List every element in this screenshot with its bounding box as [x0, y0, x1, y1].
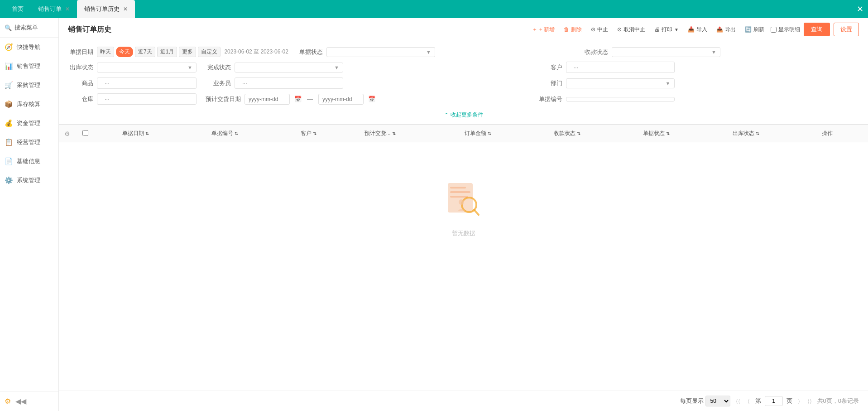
main-layout: 🔍 搜索菜单 🧭 快捷导航 📊 销售管理 🛒 采购管理 📦 库存核算 💰 资金管…	[0, 18, 868, 411]
bill-status-label: 单据状态	[297, 48, 323, 56]
select-all-checkbox[interactable]	[82, 130, 88, 136]
th-date[interactable]: 单据日期 ⇅	[117, 125, 206, 142]
sidebar-item-inventory[interactable]: 📦 库存核算	[0, 95, 58, 114]
sidebar-search[interactable]: 🔍 搜索菜单	[0, 18, 58, 38]
date-btn-today[interactable]: 今天	[116, 47, 133, 57]
close-tab-sales-order-icon[interactable]: ✕	[65, 6, 70, 12]
delete-button[interactable]: 🗑 删除	[561, 24, 585, 35]
department-select[interactable]: ▼	[566, 78, 675, 88]
th-delivery[interactable]: 预计交货... ⇅	[359, 125, 459, 142]
warehouse-filter: 仓库 ···	[68, 93, 197, 105]
close-tab-history-icon[interactable]: ✕	[123, 6, 128, 12]
data-table: ⚙ 单据日期 ⇅ 单据编号	[59, 125, 868, 274]
date-btn-more[interactable]: 更多	[179, 47, 196, 57]
salesperson-more-icon[interactable]: ···	[242, 80, 247, 87]
calendar-from-icon[interactable]: 📅	[294, 96, 302, 102]
date-filter: 单据日期 昨天 今天 近7天 近1月 更多 自定义 2023-06-02 至 2…	[68, 47, 288, 57]
svg-rect-3	[450, 196, 468, 198]
sidebar-item-basic-info[interactable]: 📄 基础信息	[0, 152, 58, 171]
basic-info-icon: 📄	[5, 157, 13, 165]
tab-sales-order-history[interactable]: 销售订单历史 ✕	[77, 0, 135, 18]
sidebar-item-quick-nav[interactable]: 🧭 快捷导航	[0, 38, 58, 57]
sidebar-item-finance[interactable]: 💰 资金管理	[0, 114, 58, 133]
th-bill-status[interactable]: 单据状态 ⇅	[638, 125, 727, 142]
bill-status-arrow-icon: ▼	[426, 49, 431, 55]
export-button[interactable]: 📤 导出	[714, 24, 739, 35]
window-close-icon[interactable]: ✕	[857, 4, 863, 14]
salesperson-filter: 业务员 ···	[206, 77, 528, 89]
complete-status-select[interactable]: ▼	[235, 63, 343, 73]
add-button[interactable]: ＋ + 新增	[529, 24, 557, 35]
filter-row-1: 单据日期 昨天 今天 近7天 近1月 更多 自定义 2023-06-02 至 2…	[68, 47, 859, 57]
th-number[interactable]: 单据编号 ⇅	[206, 125, 295, 142]
date-filter-value: 昨天 今天 近7天 近1月 更多 自定义 2023-06-02 至 2023-0…	[97, 47, 288, 57]
collapse-sidebar-icon[interactable]: ◀◀	[15, 397, 26, 406]
warehouse-input[interactable]: ···	[97, 93, 197, 105]
svg-point-6	[459, 199, 464, 205]
sidebar-item-operation[interactable]: 📋 经营管理	[0, 133, 58, 152]
product-more-icon[interactable]: ···	[105, 80, 110, 87]
print-button[interactable]: 🖨 打印 ▼	[652, 24, 681, 35]
sidebar-item-system[interactable]: ⚙️ 系统管理	[0, 171, 58, 190]
settings-bottom-icon[interactable]: ⚙	[5, 397, 11, 406]
date-btn-custom[interactable]: 自定义	[198, 47, 221, 57]
tab-home[interactable]: 首页	[5, 0, 31, 18]
delivery-date-to-input[interactable]	[318, 94, 364, 105]
department-label: 部门	[537, 79, 562, 87]
customer-label: 客户	[537, 63, 562, 72]
customer-more-icon[interactable]: ···	[574, 64, 579, 71]
search-icon: 🔍	[5, 24, 12, 31]
print-arrow-icon: ▼	[674, 27, 679, 32]
sidebar-item-purchase[interactable]: 🛒 采购管理	[0, 76, 58, 95]
top-bar: 首页 销售订单 ✕ 销售订单历史 ✕ ✕	[0, 0, 868, 18]
out-status-select[interactable]: ▼	[97, 63, 197, 73]
query-button[interactable]: 查询	[804, 23, 830, 36]
date-range-display: 2023-06-02 至 2023-06-02	[224, 48, 288, 56]
customer-input[interactable]: ···	[566, 62, 675, 73]
page-next-btn[interactable]: ⟩	[796, 397, 802, 406]
page-number-input[interactable]	[765, 396, 783, 406]
page-suffix: 页	[786, 397, 792, 405]
page-label: 第	[755, 397, 761, 405]
th-out-status[interactable]: 出库状态 ⇅	[727, 125, 816, 142]
date-btn-yesterday[interactable]: 昨天	[97, 47, 114, 57]
show-detail-checkbox[interactable]	[771, 27, 777, 33]
bill-number-label: 单据编号	[537, 95, 562, 103]
import-icon: 📥	[688, 26, 695, 33]
product-input[interactable]: ···	[97, 77, 197, 89]
bill-number-input[interactable]	[566, 97, 675, 102]
settings-button[interactable]: 设置	[834, 23, 859, 36]
per-page-select[interactable]: 50 10 20 100	[705, 396, 730, 406]
stop-button[interactable]: ⊘ 中止	[588, 24, 611, 35]
page-prev-btn[interactable]: ⟨	[746, 397, 752, 406]
table-area: ⚙ 单据日期 ⇅ 单据编号	[59, 125, 868, 391]
svg-rect-2	[450, 191, 470, 193]
th-customer[interactable]: 客户 ⇅	[295, 125, 359, 142]
sidebar-item-sales[interactable]: 📊 销售管理	[0, 57, 58, 76]
date-btn-1month[interactable]: 近1月	[157, 47, 177, 57]
th-amount[interactable]: 订单金额 ⇅	[459, 125, 548, 142]
th-payment-status[interactable]: 收款状态 ⇅	[548, 125, 638, 142]
calendar-to-icon[interactable]: 📅	[368, 96, 375, 102]
import-button[interactable]: 📥 导入	[685, 24, 710, 35]
date-btn-7days[interactable]: 近7天	[135, 47, 155, 57]
delivery-date-from-input[interactable]	[245, 94, 290, 105]
table-settings-icon[interactable]: ⚙	[64, 130, 70, 137]
refresh-button[interactable]: 🔄 刷新	[742, 24, 767, 35]
department-filter: 部门 ▼	[537, 78, 859, 88]
per-page-label: 每页显示	[680, 397, 704, 405]
collapse-row[interactable]: ⌃ 收起更多条件	[68, 109, 859, 119]
payment-status-select[interactable]: ▼	[612, 47, 720, 57]
empty-illustration	[436, 179, 491, 224]
filter-row-4: 仓库 ··· 预计交货日期 📅 — 📅 单据编号	[68, 93, 859, 105]
salesperson-input[interactable]: ···	[235, 77, 343, 89]
page-last-btn[interactable]: ⟩⟩	[806, 397, 814, 406]
warehouse-more-icon[interactable]: ···	[105, 96, 110, 102]
page-first-btn[interactable]: ⟨⟨	[734, 397, 742, 406]
cancel-stop-button[interactable]: ⊘ 取消中止	[614, 24, 648, 35]
bill-number-filter: 单据编号	[537, 95, 859, 103]
warehouse-label: 仓库	[68, 95, 93, 103]
system-icon: ⚙️	[5, 176, 13, 184]
tab-sales-order[interactable]: 销售订单 ✕	[31, 0, 77, 18]
bill-status-select[interactable]: ▼	[326, 47, 435, 57]
